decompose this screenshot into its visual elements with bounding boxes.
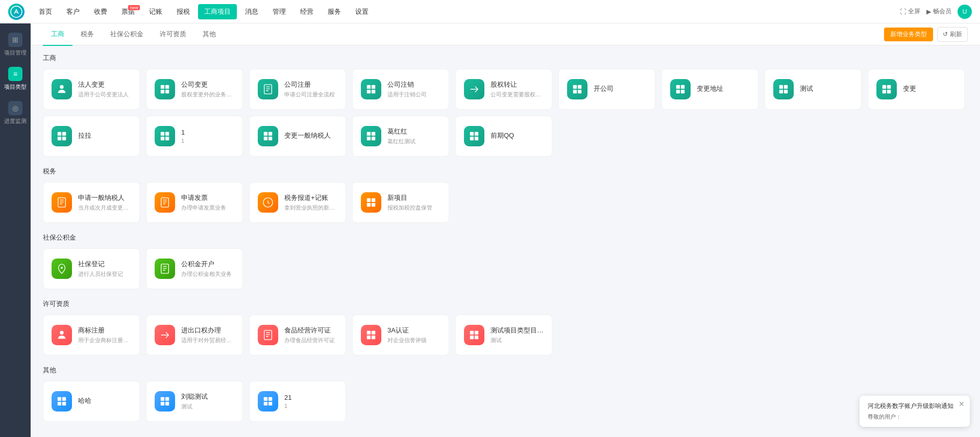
svg-rect-55 [161,264,169,273]
card-3a-renzheng[interactable]: 3A认证 对企业信誉评级 [352,315,449,355]
card-gongjijin-kaihu[interactable]: 公积金开户 办理公积金相关业务 [146,248,243,289]
svg-rect-57 [264,330,272,340]
sidebar-item-project-manage[interactable]: ⊞ 项目管理 [2,29,29,61]
card-biangeng-dizhi[interactable]: 变更地址 [662,69,758,110]
card-shenqing-fapiao[interactable]: 申请发票 办理申请发票业务 [146,182,243,223]
gongshang-cards: 法人变更 适用于公司变更法人 公司变更 股权变更外的业务变更 [43,69,968,157]
avatar[interactable]: U [958,5,972,19]
xinxiangmu-icon [361,192,381,213]
tab-shebao[interactable]: 社保公积金 [102,23,152,46]
fullscreen-button[interactable]: ⛶ 全屏 [900,7,920,16]
svg-rect-15 [676,85,680,89]
card21-icon [258,391,278,412]
new-business-type-button[interactable]: 新增业务类型 [884,28,933,41]
ceshi-type-icon [464,325,484,345]
card-biangeng-納税[interactable]: 变更一般纳税人 [249,116,346,157]
card-faren-biangeng[interactable]: 法人变更 适用于公司变更法人 [43,69,140,110]
card-ceshi[interactable]: 测试 [765,69,862,110]
card-ceshi-type[interactable]: 测试项目类型目定义 测试 [455,315,552,355]
svg-rect-47 [58,198,66,207]
card-biangeng[interactable]: 变更 [868,69,965,110]
svg-rect-10 [372,90,375,93]
card-21[interactable]: 21 1 [249,381,346,422]
card-haha[interactable]: 哈哈 [43,381,140,422]
nav-home[interactable]: 首页 [33,4,58,19]
card-gongsi-zhuce[interactable]: 公司注册 申请公司注册全流程 [249,69,346,110]
svg-rect-16 [681,85,684,89]
lala-icon [52,126,72,146]
card-gehonghong[interactable]: 葛红红 葛红红测试 [352,116,449,157]
nav-message[interactable]: 消息 [239,4,264,19]
nav-payment[interactable]: 收费 [88,4,113,19]
nav-settings[interactable]: 设置 [349,4,375,19]
card-gongsi-biangeng[interactable]: 公司变更 股权变更外的业务变更 [146,69,243,110]
content-area: 工商 法人变更 适用于公司变更法人 公司变更 [31,54,980,437]
card-shebao-dengji[interactable]: 社保登记 进行人员社保登记 [43,248,140,289]
qita-cards: 哈哈 刘聪测试 测试 [43,381,968,422]
card-guquan-zhuanrang[interactable]: 股权转让 公司变更需要股权转让 [455,69,552,110]
section-xuke-title: 许可资质 [43,299,968,309]
svg-rect-2 [161,85,164,89]
card-lala[interactable]: 拉拉 [43,116,140,157]
svg-rect-18 [681,90,684,93]
nav-operation[interactable]: 经营 [294,4,320,19]
svg-rect-72 [161,402,164,405]
svg-rect-17 [676,90,680,93]
nav-customer[interactable]: 客户 [60,4,86,19]
svg-rect-40 [372,132,375,136]
svg-point-0 [11,6,22,17]
nav-service[interactable]: 服务 [322,4,347,19]
svg-rect-50 [367,198,371,202]
nav-business[interactable]: 工商项目 [198,4,237,19]
svg-rect-3 [165,85,169,89]
tab-qita[interactable]: 其他 [194,23,224,46]
svg-rect-52 [367,203,371,207]
svg-rect-77 [268,402,272,405]
svg-rect-53 [372,203,375,207]
nav-ticket[interactable]: 票据 new [115,4,141,19]
vip-button[interactable]: ▶ 畅会员 [926,7,951,16]
notification-close-button[interactable]: ✕ [959,400,965,408]
svg-rect-9 [367,90,371,93]
progress-icon: ◎ [8,101,22,115]
svg-rect-62 [470,331,474,335]
card-qianqi-qq[interactable]: 前期QQ [455,116,552,157]
card-xin-xiangmu[interactable]: 新项目 报税加税控盘保管 [352,182,449,223]
haha-icon [52,391,72,412]
card-shipin-xuke[interactable]: 食品经营许可证 办理食品经营许可证 [249,315,346,355]
svg-rect-35 [264,132,267,136]
card-shangbiao-zhuce[interactable]: 商标注册 用于企业商标注册服务 [43,315,140,355]
fapiao-icon [155,192,175,213]
nav-tax[interactable]: 报税 [170,4,196,19]
section-shebao-title: 社保公积金 [43,233,968,242]
svg-rect-71 [165,397,169,401]
card-jinchuko[interactable]: 进出口权办理 适用于对外贸易经营者 [146,315,243,355]
card-shenqing-納税[interactable]: 申请一般纳税人 当月或次月成变更完成 [43,182,140,223]
card-gongsi-zhuxiao[interactable]: 公司注销 适用于注销公司 [352,69,449,110]
svg-rect-46 [475,137,478,140]
tab-shuiwu[interactable]: 税务 [72,23,102,46]
nav-manage[interactable]: 管理 [266,4,292,19]
shuiwu-cards: 申请一般纳税人 当月或次月成变更完成 申请发票 办理申请发票业务 [43,182,968,223]
card-1[interactable]: 1 1 [146,116,243,157]
svg-rect-20 [784,85,788,89]
svg-rect-30 [62,137,66,140]
svg-rect-34 [165,137,169,140]
refresh-button[interactable]: ↺ 刷新 [937,27,968,42]
nav-accounting[interactable]: 记账 [143,4,168,19]
svg-rect-74 [264,397,267,401]
svg-rect-42 [372,137,375,140]
svg-rect-61 [372,336,375,339]
biangeng-icon [876,79,897,99]
card-liucong[interactable]: 刘聪测试 测试 [146,381,243,422]
svg-point-56 [60,331,63,335]
card-shuiwu-baodao[interactable]: 税务报道+记账 拿到营业执照的新公司 [249,182,346,223]
tab-gongshang[interactable]: 工商 [43,23,72,46]
sidebar-item-progress[interactable]: ◎ 进度监测 [2,97,29,129]
tab-xuke[interactable]: 许可资质 [152,23,194,46]
fullscreen-icon: ⛶ [900,8,906,15]
svg-rect-5 [165,90,169,93]
sidebar-item-project-type[interactable]: ≡ 项目类型 [2,63,29,95]
new-badge: new [128,5,140,10]
card-kai-gongsi[interactable]: 开公司 [558,69,655,110]
